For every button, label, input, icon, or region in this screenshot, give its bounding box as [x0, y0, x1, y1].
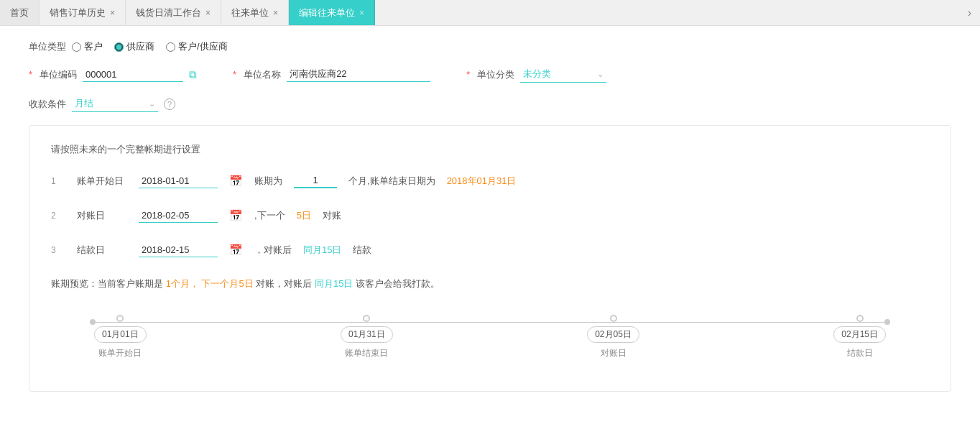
node-label-3: 对账日 — [601, 347, 627, 359]
preview-same: 同月15日 — [315, 278, 353, 289]
tab-sales-history-close[interactable]: × — [110, 8, 115, 18]
node-dot-2 — [363, 315, 370, 322]
tab-partner-label: 往来单位 — [231, 6, 269, 19]
tab-sales-history-label: 销售订单历史 — [50, 6, 106, 19]
node-tag-1: 01月01日 — [94, 326, 147, 343]
row-3-desc-prefix: ，对账后 — [254, 244, 292, 257]
payment-terms-help-icon[interactable]: ? — [164, 98, 175, 110]
unit-name-label: 单位名称 — [244, 68, 281, 81]
radio-supplier-input[interactable] — [114, 42, 124, 52]
row-3-same-month: 同月15日 — [303, 244, 341, 257]
row-2-cal-icon[interactable]: 📅 — [229, 209, 243, 222]
row-3-label: 结款日 — [77, 244, 127, 257]
radio-supplier[interactable]: 供应商 — [114, 40, 154, 53]
row-3-date-input[interactable] — [139, 243, 218, 257]
node-tag-3: 02月05日 — [587, 326, 639, 343]
timeline: 01月01日 账单开始日 01月31日 账单结束日 02月05日 对账日 02月… — [51, 308, 929, 374]
payment-terms-value: 月结 — [75, 97, 146, 110]
unit-code-copy-icon[interactable]: ⧉ — [189, 68, 197, 81]
preview-period: 1个月， — [166, 278, 199, 289]
unit-code-input[interactable] — [83, 68, 183, 82]
payment-terms-select[interactable]: 月结 ⌄ — [72, 96, 158, 112]
tab-edit-partner[interactable]: 编辑往来单位 × — [289, 0, 375, 25]
node-dot-1 — [116, 315, 124, 322]
row-1-end-date: 2018年01月31日 — [447, 175, 517, 188]
row-1-cal-icon[interactable]: 📅 — [229, 175, 243, 188]
section-title: 请按照未来的一个完整帐期进行设置 — [51, 143, 929, 156]
timeline-node-2: 01月31日 账单结束日 — [341, 315, 393, 359]
preview-section: 账期预览：当前客户账期是 1个月， 下一个月5日 对账，对账后 同月15日 该客… — [51, 277, 929, 290]
preview-middle: 对账，对账后 — [256, 278, 312, 289]
unit-info-row: * 单位编码 ⧉ * 单位名称 * 单位分类 未分类 ⌄ — [29, 66, 951, 83]
node-dot-4 — [856, 315, 864, 322]
row-2-num: 2 — [51, 211, 65, 221]
preview-label: 账期预览：当前客户账期是 — [51, 278, 163, 289]
node-dot-3 — [610, 315, 617, 322]
timeline-node-3: 02月05日 对账日 — [587, 315, 639, 359]
unit-name-item: * 单位名称 — [233, 68, 430, 82]
row-1-desc-mid: 个月,账单结束日期为 — [348, 175, 435, 188]
tab-home[interactable]: 首页 — [0, 0, 40, 25]
row-3-num: 3 — [51, 245, 65, 255]
unit-type-label: 单位类型 — [29, 40, 66, 53]
row-2-desc-suffix: 对账 — [323, 209, 341, 222]
node-label-1: 账单开始日 — [98, 347, 142, 359]
radio-customer[interactable]: 客户 — [72, 40, 103, 53]
tab-bar: 首页 销售订单历史 × 钱货日清工作台 × 往来单位 × 编辑往来单位 × › — [0, 0, 980, 26]
tab-partner[interactable]: 往来单位 × — [221, 0, 289, 25]
unit-category-value: 未分类 — [523, 68, 594, 80]
radio-supplier-label: 供应商 — [126, 40, 154, 53]
unit-name-star: * — [233, 69, 236, 80]
preview-next: 下一个月5日 — [201, 278, 253, 289]
row-2-desc-prefix: ,下一个 — [254, 209, 285, 222]
radio-group-unit-type: 客户 供应商 客户/供应商 — [72, 40, 228, 53]
unit-category-label: 单位分类 — [477, 68, 514, 81]
unit-code-star: * — [29, 69, 32, 80]
node-tag-2: 01月31日 — [341, 326, 393, 343]
row-1-label: 账单开始日 — [77, 175, 127, 188]
radio-both-label: 客户/供应商 — [178, 40, 228, 53]
tab-cash-desk[interactable]: 钱货日清工作台 × — [126, 0, 221, 25]
row-2-date-input[interactable] — [139, 208, 218, 223]
tab-edit-partner-close[interactable]: × — [359, 8, 364, 18]
row-2-next-date: 5日 — [297, 209, 311, 222]
unit-type-row: 单位类型 客户 供应商 客户/供应商 — [29, 40, 951, 53]
tab-cash-desk-close[interactable]: × — [205, 8, 211, 18]
row-1-date-input[interactable] — [139, 174, 218, 188]
radio-both-input[interactable] — [166, 42, 175, 52]
payment-terms-item: 收款条件 月结 ⌄ ? — [29, 96, 175, 112]
setting-row-3: 3 结款日 📅 ，对账后 同月15日 结款 — [51, 243, 929, 257]
setting-row-1: 1 账单开始日 📅 账期为 个月,账单结束日期为 2018年01月31日 — [51, 173, 929, 188]
unit-category-star: * — [466, 69, 470, 80]
node-label-4: 结款日 — [847, 347, 873, 359]
unit-category-arrow: ⌄ — [597, 70, 604, 79]
tab-sales-history[interactable]: 销售订单历史 × — [40, 0, 126, 25]
row-1-period-input[interactable] — [294, 173, 337, 188]
preview-end: 该客户会给我打款。 — [356, 278, 440, 289]
radio-customer-label: 客户 — [84, 40, 103, 53]
unit-name-input[interactable] — [287, 68, 430, 82]
unit-code-label: 单位编码 — [40, 68, 77, 81]
tab-edit-partner-label: 编辑往来单位 — [299, 6, 355, 19]
payment-terms-arrow: ⌄ — [149, 99, 155, 109]
radio-both[interactable]: 客户/供应商 — [166, 40, 228, 53]
main-content: 单位类型 客户 供应商 客户/供应商 * 单位编码 — [0, 26, 980, 437]
unit-type-item: 单位类型 客户 供应商 客户/供应商 — [29, 40, 228, 53]
row-2-label: 对账日 — [77, 209, 127, 222]
unit-code-item: * 单位编码 ⧉ — [29, 68, 197, 82]
payment-terms-label: 收款条件 — [29, 98, 66, 111]
setting-row-2: 2 对账日 📅 ,下一个 5日 对账 — [51, 208, 929, 223]
tab-partner-close[interactable]: × — [273, 8, 278, 18]
timeline-node-4: 02月15日 结款日 — [833, 315, 886, 359]
row-3-cal-icon[interactable]: 📅 — [229, 244, 243, 257]
tab-more-button[interactable]: › — [959, 0, 980, 25]
radio-customer-input[interactable] — [72, 42, 81, 52]
timeline-node-1: 01月01日 账单开始日 — [94, 315, 147, 359]
unit-category-select[interactable]: 未分类 ⌄ — [520, 66, 606, 83]
row-1-num: 1 — [51, 176, 65, 186]
settings-section: 请按照未来的一个完整帐期进行设置 1 账单开始日 📅 账期为 个月,账单结束日期… — [29, 125, 951, 392]
node-label-2: 账单结束日 — [345, 347, 388, 359]
node-tag-4: 02月15日 — [833, 326, 886, 343]
tab-cash-desk-label: 钱货日清工作台 — [136, 6, 201, 19]
payment-terms-row: 收款条件 月结 ⌄ ? — [29, 96, 951, 112]
